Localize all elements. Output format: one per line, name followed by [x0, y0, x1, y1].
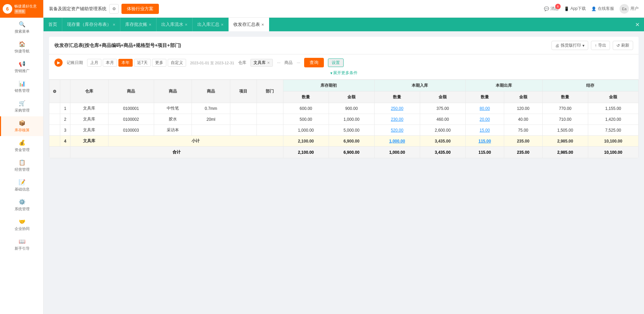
finance-icon: 💰	[19, 139, 26, 146]
row1-out-qty[interactable]: 80.00	[465, 103, 504, 114]
table-row: 2 文具库 0100002 胶水 20ml 500.00 1,000.00 23…	[49, 114, 639, 125]
date-btn-this-year[interactable]: 本年	[118, 59, 133, 67]
sidebar-item-purchase[interactable]: 🛒 采购管理	[0, 97, 43, 116]
sidebar-item-marketing[interactable]: 📢 营销推广	[0, 57, 43, 77]
row3-settings	[49, 125, 60, 136]
marketing-icon: 📢	[19, 61, 26, 67]
total-out-qty: 115.00	[465, 147, 504, 158]
subtotal-balance-qty: 2,985.00	[542, 136, 588, 147]
query-button[interactable]: 查询	[304, 58, 324, 67]
page-content: 收发存汇总表(按仓库+商品编码+商品+规格型号+项目+部门) 🖨 拣货版打印 ▾…	[44, 31, 644, 314]
sidebar-item-system[interactable]: ⚙️ 系统管理	[0, 195, 43, 215]
top-header: 装备及固定资产辅助管理系统 ⚙ 体验行业方案 💬 消息 6 📱 App下载 👤 …	[44, 0, 644, 18]
tab-close-stock-dist[interactable]: ✕	[113, 23, 115, 27]
row2-in-qty[interactable]: 230.00	[374, 114, 420, 125]
date-btn-last-month[interactable]: 上月	[87, 59, 101, 67]
total-in-qty: 1,000.00	[374, 147, 420, 158]
date-btn-custom[interactable]: 自定义	[168, 59, 186, 67]
subtotal-in-qty[interactable]: 1,000.00	[374, 136, 420, 147]
tab-close-recv-send[interactable]: ✕	[261, 23, 264, 27]
date-btn-more[interactable]: 更多	[152, 59, 166, 67]
col-opening-group: 库存期初	[283, 80, 374, 92]
warehouse-tag: 文具库 ✕	[250, 59, 273, 67]
sidebar-item-search[interactable]: 🔍 搜索菜单	[0, 18, 43, 37]
col-num	[60, 80, 70, 103]
service-icon: 👤	[591, 6, 596, 11]
refresh-button[interactable]: ↺ 刷新	[613, 41, 633, 50]
row3-dept	[257, 125, 283, 136]
home-icon: 🏠	[19, 41, 26, 47]
row3-out-qty[interactable]: 15.00	[465, 125, 504, 136]
row1-in-qty[interactable]: 250.00	[374, 103, 420, 114]
row2-out-qty[interactable]: 20.00	[465, 114, 504, 125]
app-icon: 📱	[564, 6, 569, 11]
col-balance-amt: 金额	[588, 92, 638, 103]
col-warehouse: 仓库	[70, 80, 109, 103]
basic-icon: 📝	[19, 179, 26, 185]
col-in-qty: 数量	[374, 92, 420, 103]
total-spacer	[49, 147, 70, 158]
col-settings[interactable]: ⚙	[49, 80, 60, 103]
print-button[interactable]: 🖨 拣货版打印 ▾	[551, 41, 588, 50]
row3-in-qty[interactable]: 520.00	[374, 125, 420, 136]
sidebar: 6 畅捷通好生意 标准版 🔍 搜索菜单 🏠 快捷导航 📢 营销推广 📊 销售管理	[0, 0, 44, 314]
col-goods-code: 商品	[108, 80, 154, 103]
sidebar-item-basic[interactable]: 📝 基础信息	[0, 176, 43, 195]
row3-project	[230, 125, 257, 136]
tab-inout-flow[interactable]: 出入库流水 ✕	[156, 18, 193, 31]
tab-inout-summary[interactable]: 出入库汇总 ✕	[193, 18, 229, 31]
sidebar-item-sales[interactable]: 📊 销售管理	[0, 77, 43, 97]
tab-close-inout-flow[interactable]: ✕	[185, 23, 187, 27]
sidebar-item-cooperation[interactable]: 🤝 企业协同	[0, 215, 43, 235]
message-action[interactable]: 💬 消息 6	[544, 6, 559, 12]
user-action[interactable]: Ea 用户	[620, 4, 639, 14]
subtotal-in-amt: 3,435.00	[420, 136, 465, 147]
settings-gear-button[interactable]: ⚙	[109, 4, 119, 14]
goods-more[interactable]: ···	[297, 60, 300, 65]
tab-close-batch[interactable]: ✕	[149, 23, 151, 27]
refresh-icon: ↺	[616, 43, 620, 48]
tab-home[interactable]: 首页	[44, 18, 62, 31]
date-options: 上月 本月 本年 近7天 更多 自定义	[87, 59, 186, 67]
expand-conditions-button[interactable]: ▾ 展开更多条件	[330, 70, 358, 76]
sidebar-item-quick-nav[interactable]: 🏠 快捷导航	[0, 37, 43, 57]
warehouse-tag-close[interactable]: ✕	[267, 61, 270, 65]
expand-icon: ▾	[330, 71, 332, 76]
filter-setting-button[interactable]: 设置	[328, 59, 344, 67]
row1-balance-amt: 1,155.00	[588, 103, 638, 114]
sidebar-item-guide[interactable]: 📖 新手引导	[0, 235, 43, 254]
row1-project	[230, 103, 257, 114]
trial-button[interactable]: 体验行业方案	[121, 4, 159, 14]
subtotal-out-qty[interactable]: 115.00	[465, 136, 504, 147]
tab-recv-send[interactable]: 收发存汇总表 ✕	[229, 18, 269, 31]
date-btn-7days[interactable]: 近7天	[134, 59, 151, 67]
tab-batch[interactable]: 库存批次账 ✕	[120, 18, 156, 31]
sidebar-item-inventory[interactable]: 📦 库存核算	[0, 116, 43, 136]
date-btn-this-month[interactable]: 本月	[103, 59, 117, 67]
page-title: 收发存汇总表(按仓库+商品编码+商品+规格型号+项目+部门)	[54, 43, 181, 49]
system-icon: ⚙️	[19, 199, 26, 205]
tab-close-inout-summary[interactable]: ✕	[221, 23, 224, 27]
logo-text: 畅捷通好生意	[14, 4, 37, 9]
row1-code: 0100001	[108, 103, 154, 114]
inventory-icon: 📦	[19, 120, 26, 126]
row3-opening-qty: 1,000.00	[283, 125, 329, 136]
export-button[interactable]: ↑ 导出	[591, 41, 610, 50]
table-header-group: ⚙ 仓库 商品 商品 商品 项目 部门 库存期初 本期入库 本期出库 结存	[49, 80, 639, 92]
row1-balance-qty: 770.00	[542, 103, 588, 114]
warehouse-more[interactable]: ···	[277, 60, 280, 65]
tab-bar-close-button[interactable]: ✕	[630, 18, 644, 31]
row3-balance-qty: 1,505.00	[542, 125, 588, 136]
date-label: 记账日期	[67, 60, 83, 66]
row2-out-amt: 40.00	[504, 114, 542, 125]
subtotal-opening-qty: 2,100.00	[283, 136, 329, 147]
sidebar-item-operation[interactable]: 📋 经营管理	[0, 156, 43, 176]
row3-out-amt: 75.00	[504, 125, 542, 136]
sales-icon: 📊	[19, 80, 26, 87]
app-download-action[interactable]: 📱 App下载	[564, 6, 586, 12]
sidebar-item-finance[interactable]: 💰 资金管理	[0, 136, 43, 156]
tab-stock-dist[interactable]: 现存量（库存分布表） ✕	[62, 18, 120, 31]
online-service-action[interactable]: 👤 在线客服	[591, 6, 614, 12]
filter-toggle-button[interactable]: ▶	[54, 59, 63, 67]
col-in-group: 本期入库	[374, 80, 465, 92]
